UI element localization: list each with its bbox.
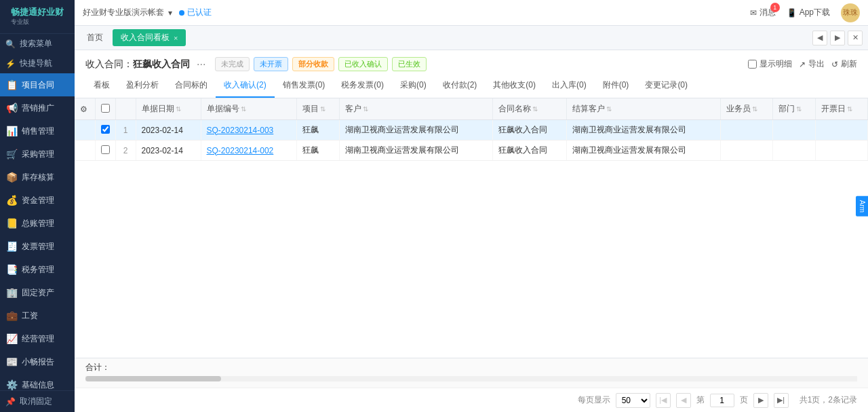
col-checkbox[interactable] [95,98,115,120]
sidebar-item-project[interactable]: 📋 项目合同 [0,73,75,96]
sidebar-item-tax-label: 税务管理 [22,264,54,276]
scroll-track[interactable] [85,376,857,381]
sidebar-item-basic[interactable]: ⚙️ 基础信息 [0,373,75,390]
tab-change-log[interactable]: 变更记录(0) [637,74,696,98]
sidebar-unpin[interactable]: 📌 取消固定 [0,391,75,412]
sort-docno-icon[interactable]: ⇅ [241,105,246,113]
row1-docno[interactable]: SQ-20230214-003 [201,120,297,141]
table-row[interactable]: 2 2023-02-14 SQ-20230214-002 狂飙 湖南卫视商业运营… [75,141,868,161]
tab-payment[interactable]: 收付款(2) [435,74,486,98]
funds-icon: 💰 [5,194,18,206]
status-tag-confirmed[interactable]: 已收入确认 [338,57,388,71]
company-selector[interactable]: 好业财专业版演示帐套 ▾ [83,7,172,18]
sidebar-item-funds[interactable]: 💰 资金管理 [0,189,75,212]
col-date[interactable]: 单据日期⇅ [136,98,201,120]
tab-nav-next[interactable]: ▶ [830,31,845,45]
sidebar-search[interactable]: 🔍 搜索菜单 [0,34,75,54]
pagination-prev-btn[interactable]: ◀ [676,393,691,408]
page-input[interactable] [710,394,734,407]
more-options-btn[interactable]: ··· [197,58,205,71]
sort-opendate-icon[interactable]: ⇅ [847,105,852,113]
col-open-date[interactable]: 开票日⇅ [815,98,867,120]
row1-checkbox-input[interactable] [101,125,110,134]
auth-dot [179,10,184,16]
tab-purchase[interactable]: 采购(0) [392,74,435,98]
select-all-checkbox[interactable] [101,104,110,113]
row1-checkbox[interactable] [95,120,115,141]
total-row: 合计： [85,362,857,373]
sort-date-icon[interactable]: ⇅ [176,105,181,113]
export-btn[interactable]: ↗ 导出 [799,58,825,70]
sort-customer-icon[interactable]: ⇅ [363,105,368,113]
sidebar-item-sales[interactable]: 📊 销售管理 [0,119,75,143]
message-btn[interactable]: ✉ 消息 1 [750,7,776,18]
sort-department-icon[interactable]: ⇅ [796,105,802,113]
pagination-last-btn[interactable]: ▶| [774,393,789,408]
pagination-first-btn[interactable]: |◀ [656,393,671,408]
col-settings[interactable]: ⚙ [75,98,95,120]
sort-salesperson-icon[interactable]: ⇅ [752,105,757,113]
row2-checkbox[interactable] [95,141,115,161]
tab-kanban[interactable]: 看板 [85,74,118,98]
show-detail-input[interactable] [748,60,757,69]
status-tag-partial[interactable]: 部分收款 [292,57,334,71]
col-contract-name[interactable]: 合同名称⇅ [493,98,567,120]
col-project[interactable]: 项目⇅ [297,98,339,120]
app-download-btn[interactable]: 📱 App下载 [787,7,830,18]
status-tag-uninvoiced[interactable]: 未开票 [254,57,288,71]
row1-docno-link[interactable]: SQ-20230214-003 [207,126,274,135]
user-avatar[interactable]: 珠珠 [841,3,860,22]
table-footer: 合计： [75,358,868,388]
scroll-thumb[interactable] [85,376,221,381]
col-salesperson[interactable]: 业务员⇅ [721,98,773,120]
tab-revenue-confirm[interactable]: 收入确认(2) [216,74,275,98]
right-panel-btn[interactable]: Arm [856,195,868,216]
sidebar-item-purchase[interactable]: 🛒 采购管理 [0,143,75,166]
sidebar-item-manage[interactable]: 📈 经营管理 [0,327,75,350]
tab-close-btn[interactable]: × [174,34,178,42]
report-icon: 📰 [5,356,18,368]
refresh-btn[interactable]: ↺ 刷新 [831,58,857,70]
col-docno[interactable]: 单据编号⇅ [201,98,297,120]
sidebar-item-marketing[interactable]: 📢 营销推广 [0,96,75,119]
row2-customer: 湖南卫视商业运营发展有限公司 [339,141,493,161]
table-row[interactable]: 1 2023-02-14 SQ-20230214-003 狂飙 湖南卫视商业运营… [75,120,868,141]
col-customer[interactable]: 客户⇅ [339,98,493,120]
tab-nav-close[interactable]: ✕ [848,31,863,45]
sidebar-item-report[interactable]: 📰 小畅报告 [0,350,75,373]
col-settlement[interactable]: 结算客户⇅ [567,98,721,120]
pagination-next-btn[interactable]: ▶ [753,393,768,408]
sidebar-item-invoice[interactable]: 🧾 发票管理 [0,235,75,258]
show-detail-checkbox[interactable]: 显示明细 [748,58,792,70]
basic-icon: ⚙️ [5,379,18,390]
col-department[interactable]: 部门⇅ [773,98,815,120]
sidebar-item-general[interactable]: 📒 总账管理 [0,212,75,235]
tab-contract-detail[interactable]: 合同标的 [167,74,216,98]
per-page-select[interactable]: 50 10 20 100 [616,393,650,408]
tab-tax-invoice[interactable]: 税务发票(0) [333,74,392,98]
row2-docno[interactable]: SQ-20230214-002 [201,141,297,161]
tab-warehouse[interactable]: 出入库(0) [544,74,595,98]
sidebar-item-tax[interactable]: 📑 税务管理 [0,258,75,281]
sidebar-item-inventory[interactable]: 📦 库存核算 [0,166,75,189]
row2-checkbox-input[interactable] [101,145,110,154]
tab-profit[interactable]: 盈利分析 [118,74,167,98]
row2-docno-link[interactable]: SQ-20230214-002 [207,146,274,155]
tab-revenue-kanban[interactable]: 收入合同看板 × [113,29,186,46]
sidebar-quick-nav[interactable]: ⚡ 快捷导航 [0,54,75,73]
sort-project-icon[interactable]: ⇅ [320,105,326,113]
tab-attachments[interactable]: 附件(0) [595,74,637,98]
tab-other-income[interactable]: 其他收支(0) [485,74,544,98]
status-tag-effective[interactable]: 已生效 [392,57,427,71]
sort-settlement-icon[interactable]: ⇅ [606,105,612,113]
col-open-date-label: 开票日 [821,103,846,115]
sidebar-item-labor[interactable]: 💼 工资 [0,304,75,327]
tab-nav-prev[interactable]: ◀ [812,31,827,45]
row2-settlement: 湖南卫视商业运营发展有限公司 [567,141,721,161]
tab-sales-invoice[interactable]: 销售发票(0) [275,74,334,98]
pagination-total-info: 共1页，2条记录 [800,394,857,406]
sidebar-item-fixed[interactable]: 🏢 固定资产 [0,281,75,304]
sort-contract-icon[interactable]: ⇅ [532,105,538,113]
tab-home[interactable]: 首页 [80,29,110,46]
status-tag-incomplete[interactable]: 未完成 [215,57,250,71]
